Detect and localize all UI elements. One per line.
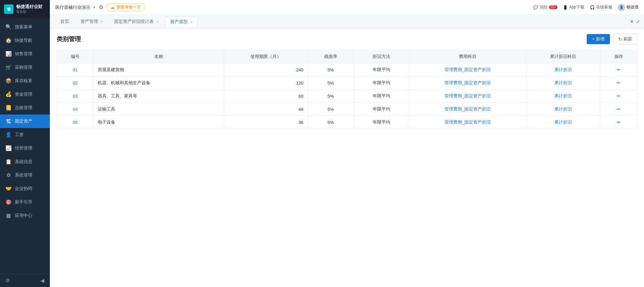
sidebar-item-payroll[interactable]: 👤 工资 [0,128,50,141]
edit-button[interactable]: ✏ [617,120,621,125]
quick-nav-icon: 🏠 [5,37,11,43]
sidebar-item-label: 基础信息 [15,159,32,165]
capital-icon: 💰 [5,91,11,97]
cell-period: 36 [224,116,308,129]
window-expand-button[interactable]: ⤢ [636,19,640,24]
edit-button[interactable]: ✏ [617,93,621,99]
table-header-费用科目: 费用科目 [409,50,526,63]
tab-asset-type[interactable]: 资产类型× [165,17,197,27]
search-icon: 🔍 [5,24,11,30]
sidebar-item-sales[interactable]: 📊 销售管理 [0,47,50,61]
table-header-使用期限（月）: 使用期限（月） [224,50,308,63]
sidebar-item-label: 资金管理 [15,91,32,97]
sidebar-item-label: 总账管理 [15,105,32,111]
tab-home[interactable]: 首页 [55,16,74,27]
cell-name: 器具、工具、家具等 [94,90,224,103]
sidebar-item-label: 新手引导 [15,199,32,205]
cloud-icon: ☁ [111,5,115,10]
tab-close-asset-type[interactable]: × [190,20,192,24]
cell-expense: 管理费用_固定资产折旧 [409,63,526,76]
business-icon: 📈 [5,145,11,151]
edit-button[interactable]: ✏ [617,67,621,72]
system-icon: ⚙ [5,172,11,178]
cell-action: ✏ [600,90,637,103]
cell-expense: 管理费用_固定资产折旧 [409,116,526,129]
sidebar-footer: ⚙ ◀ [0,274,50,287]
fixed-assets-icon: 🏗 [5,118,11,124]
sidebar-item-label: 快捷导航 [15,37,32,43]
table-row: 03 器具、工具、家具等 60 5% 年限平均 管理费用_固定资产折旧 累计折旧… [57,90,637,103]
cell-action: ✏ [600,63,637,76]
table-row: 02 机器、机械和其他生产设备 120 5% 年限平均 管理费用_固定资产折旧 … [57,76,637,90]
sidebar-item-quick-nav[interactable]: 🏠 快捷导航 [0,34,50,47]
sidebar-item-system[interactable]: ⚙ 系统管理 [0,168,50,182]
enterprise-icon: 🤝 [5,186,11,192]
sidebar-item-purchase[interactable]: 🛒 采购管理 [0,61,50,74]
settings-icon[interactable]: ⚙ [5,278,10,284]
tab-close-asset-mgmt[interactable]: × [101,20,103,24]
messages-badge: 99+ [549,5,557,9]
cell-residual: 5% [308,116,354,129]
table-row: 04 运输工具 48 5% 年限平均 管理费用_固定资产折旧 累计折旧 ✏ [57,103,637,116]
app-download-button[interactable]: 📱 App下载 [563,4,584,10]
sidebar-item-inventory[interactable]: 📦 库存核算 [0,74,50,88]
sidebar-item-label: 固定资产 [15,118,32,124]
window-close-button[interactable]: ✕ [630,19,634,24]
sidebar-item-label: 库存核算 [15,78,32,84]
customer-service-label: 在线客服 [596,4,612,10]
cell-residual: 5% [308,76,354,90]
tab-close-depreciation-table[interactable]: × [156,20,158,24]
trial-label: 我要体验一下 [117,4,141,10]
edit-button[interactable]: ✏ [617,106,621,112]
topbar-settings-icon[interactable]: ⚙ [99,4,103,10]
app-logo: 畅 [4,4,13,14]
sidebar-item-label: 工资 [15,132,24,138]
sidebar-item-search[interactable]: 🔍 搜索菜单 [0,20,50,34]
messages-button[interactable]: 💬 消息 99+ [533,4,557,10]
cell-accum: 累计折旧 [526,103,600,116]
customer-service-button[interactable]: 🎧 在线客服 [590,4,612,10]
sidebar-item-label: 销售管理 [15,51,32,57]
inventory-icon: 📦 [5,78,11,84]
tab-asset-mgmt[interactable]: 资产管理× [75,16,108,27]
tab-label-depreciation-table: 固定资产折旧统计表 [114,19,154,25]
sidebar-item-app-center[interactable]: ▦ 应用中心 [0,209,50,222]
table-header-操作: 操作 [600,50,637,63]
cell-residual: 5% [308,90,354,103]
cell-method: 年限平均 [354,76,409,90]
sidebar-item-base-info[interactable]: 📋 基础信息 [0,155,50,168]
sidebar-item-newbie[interactable]: 🎯 新手引导 [0,195,50,209]
cell-action: ✏ [600,116,637,129]
sidebar-item-capital[interactable]: 💰 资金管理 [0,88,50,101]
user-menu[interactable]: 👤 畅捷通 [618,4,639,11]
cell-code: 01 [57,63,94,76]
cell-method: 年限平均 [354,90,409,103]
sidebar-item-ledger[interactable]: 📒 总账管理 [0,101,50,115]
table-row: 05 电子设备 36 5% 年限平均 管理费用_固定资产折旧 累计折旧 ✏ [57,116,637,129]
refresh-button[interactable]: ↻ 刷新 [613,34,637,44]
new-button[interactable]: + 新增 [587,34,610,44]
sidebar-item-fixed-assets[interactable]: 🏗 固定资产 [0,115,50,128]
cell-code: 05 [57,116,94,129]
cell-name: 机器、机械和其他生产设备 [94,76,224,90]
cell-period: 120 [224,76,308,90]
cell-residual: 5% [308,103,354,116]
collapse-icon[interactable]: ◀ [40,278,44,284]
cell-name: 电子设备 [94,116,224,129]
trial-button[interactable]: ☁ 我要体验一下 [106,3,145,11]
asset-type-table: 编号名称使用期限（月）残值率折旧方法费用科目累计折旧科目操作 01 房屋及建筑物… [57,50,637,129]
cell-accum: 累计折旧 [526,116,600,129]
sidebar-item-enterprise[interactable]: 🤝 企业协同 [0,182,50,195]
tab-depreciation-table[interactable]: 固定资产折旧统计表× [109,16,163,27]
table-row: 01 房屋及建筑物 240 5% 年限平均 管理费用_固定资产折旧 累计折旧 ✏ [57,63,637,76]
sidebar-item-business[interactable]: 📈 经营管理 [0,141,50,155]
edit-button[interactable]: ✏ [617,80,621,86]
module-selector[interactable]: 医疗器械行业演示 ▼ [55,4,96,10]
cell-code: 02 [57,76,94,90]
app-name: 畅捷通好业财 [16,4,42,9]
module-name: 医疗器械行业演示 [55,4,90,10]
tab-label-asset-type: 资产类型 [170,19,188,25]
sidebar-nav: 🔍 搜索菜单 🏠 快捷导航 📊 销售管理 🛒 采购管理 📦 库存核算 💰 资金管… [0,18,50,274]
sidebar-item-label: 企业协同 [15,186,32,192]
table-header-row: 编号名称使用期限（月）残值率折旧方法费用科目累计折旧科目操作 [57,50,637,63]
